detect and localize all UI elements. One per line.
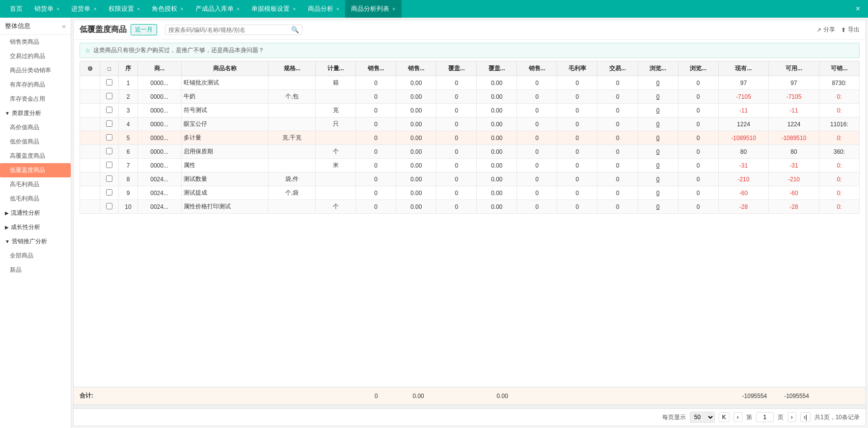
cell-browse1[interactable]: 0: [638, 186, 678, 200]
export-button[interactable]: ⬆ 导出: [841, 26, 860, 34]
first-page-button[interactable]: K: [719, 412, 730, 422]
nav-item-purchase[interactable]: 进货单 ×: [65, 0, 102, 18]
nav-close-roles[interactable]: ×: [180, 6, 183, 12]
cell-checkbox[interactable]: [100, 76, 119, 90]
nav-close-warehouse[interactable]: ×: [237, 6, 240, 12]
cell-unit: [316, 131, 356, 145]
sidebar-item-high-value[interactable]: 高价值商品: [0, 120, 71, 135]
sidebar-section-marketing[interactable]: ▼ 营销推广分析: [0, 234, 71, 249]
col-header-spec[interactable]: 规格...: [269, 61, 316, 76]
cell-checkbox[interactable]: [100, 186, 119, 200]
cell-browse1[interactable]: 0: [638, 117, 678, 131]
nav-close-template[interactable]: ×: [293, 6, 296, 12]
cell-checkbox[interactable]: [100, 200, 119, 214]
cell-num: 2: [119, 90, 137, 104]
sidebar-item-high-margin[interactable]: 高毛利商品: [0, 177, 71, 192]
col-header-margin[interactable]: 毛利率: [557, 61, 597, 76]
cell-checkbox[interactable]: [100, 172, 119, 186]
sidebar-header[interactable]: 整体信息 «: [0, 18, 71, 35]
cell-checkbox[interactable]: [100, 117, 119, 131]
cell-browse1[interactable]: 0: [638, 76, 678, 90]
content-area: 低覆盖度商品 近一月 🔍 ↗ 分享 ⬆ 导出 ☆ 这类商品只有很少客户购买过，是…: [73, 20, 866, 426]
time-filter-button[interactable]: 近一月: [131, 24, 157, 35]
nav-item-analysis[interactable]: 商品分析 ×: [302, 0, 345, 18]
nav-close-analysis[interactable]: ×: [336, 6, 339, 12]
col-header-avail[interactable]: 可用...: [769, 61, 819, 76]
col-header-sellable[interactable]: 可销...: [819, 61, 859, 76]
cell-trade: 0: [597, 117, 638, 131]
nav-close-purchase[interactable]: ×: [93, 6, 96, 12]
sidebar-item-low-value[interactable]: 低价值商品: [0, 135, 71, 149]
col-header-browse1[interactable]: 浏览...: [638, 61, 678, 76]
close-all-tabs[interactable]: ×: [852, 4, 864, 13]
cell-browse1[interactable]: 0: [638, 200, 678, 214]
nav-item-template[interactable]: 单据模板设置 ×: [245, 0, 301, 18]
sidebar-item-stock-goods[interactable]: 有库存的商品: [0, 78, 71, 92]
cell-trade: 0: [597, 172, 638, 186]
cell-browse1[interactable]: 0: [638, 159, 678, 172]
sidebar-item-traded-goods[interactable]: 交易过的商品: [0, 49, 71, 63]
prev-page-button[interactable]: ‹: [733, 412, 742, 422]
cell-checkbox[interactable]: [100, 90, 119, 104]
nav-close-sales[interactable]: ×: [56, 6, 59, 12]
sidebar-item-sales-goods[interactable]: 销售类商品: [0, 35, 71, 49]
horizontal-scrollbar[interactable]: [74, 404, 866, 408]
cell-cov1: 0: [436, 131, 477, 145]
sidebar-item-low-coverage[interactable]: 低覆盖度商品: [0, 163, 71, 177]
cell-avail: 80: [769, 145, 819, 159]
cell-name: 属性: [181, 159, 269, 172]
sidebar-collapse-icon[interactable]: «: [62, 22, 66, 30]
sidebar-item-new-goods[interactable]: 新品: [0, 263, 71, 277]
nav-item-home[interactable]: 首页: [4, 0, 28, 18]
col-header-stock[interactable]: 现有...: [718, 61, 769, 76]
footer-sales1: 0: [355, 393, 398, 399]
col-header-checkbox[interactable]: □: [100, 61, 119, 76]
cell-sales1: 0: [356, 90, 396, 104]
cell-checkbox[interactable]: [100, 131, 119, 145]
nav-item-warehouse[interactable]: 产成品入库单 ×: [190, 0, 245, 18]
cell-checkbox[interactable]: [100, 104, 119, 117]
col-header-sales2[interactable]: 销售...: [396, 61, 436, 76]
sidebar-section-liquidity[interactable]: ▶ 流通性分析: [0, 206, 71, 220]
search-input[interactable]: [168, 27, 291, 33]
cell-browse1[interactable]: 0: [638, 172, 678, 186]
col-header-cov2[interactable]: 覆盖...: [477, 61, 517, 76]
cell-browse1[interactable]: 0: [638, 90, 678, 104]
last-page-button[interactable]: ›|: [800, 412, 811, 422]
table-row: 3 0000... 符号测试 克 0 0.00 0 0.00 0 0 0 0 0…: [80, 104, 860, 117]
sidebar-item-all-goods[interactable]: 全部商品: [0, 249, 71, 263]
cell-browse1[interactable]: 0: [638, 104, 678, 117]
col-header-name[interactable]: 商品名称: [181, 61, 269, 76]
next-page-button[interactable]: ›: [787, 412, 796, 422]
nav-item-sales[interactable]: 销货单 ×: [28, 0, 65, 18]
sidebar-item-high-coverage[interactable]: 高覆盖度商品: [0, 149, 71, 163]
sidebar-item-category-rate[interactable]: 商品分类动销率: [0, 63, 71, 78]
col-header-trade[interactable]: 交易...: [597, 61, 638, 76]
nav-close-permissions[interactable]: ×: [137, 6, 140, 12]
col-header-sales1[interactable]: 销售...: [356, 61, 396, 76]
cell-checkbox[interactable]: [100, 159, 119, 172]
cell-sellable: 0:: [819, 186, 859, 200]
col-header-settings[interactable]: ⚙: [80, 61, 100, 76]
cell-browse1[interactable]: 0: [638, 131, 678, 145]
cell-checkbox[interactable]: [100, 145, 119, 159]
sidebar-item-capital[interactable]: 库存资金占用: [0, 92, 71, 106]
sidebar-section-growth[interactable]: ▶ 成长性分析: [0, 220, 71, 234]
col-header-sales3[interactable]: 销售...: [517, 61, 557, 76]
col-header-unit[interactable]: 计量...: [316, 61, 356, 76]
sidebar-item-low-margin[interactable]: 低毛利商品: [0, 192, 71, 206]
nav-item-analysis-list[interactable]: 商品分析列表 ×: [345, 0, 401, 18]
nav-close-analysis-list[interactable]: ×: [392, 6, 395, 12]
nav-item-roles[interactable]: 角色授权 ×: [146, 0, 189, 18]
share-button[interactable]: ↗ 分享: [816, 26, 835, 34]
per-page-select[interactable]: 50 100 200: [690, 412, 715, 423]
page-number-input[interactable]: [756, 412, 774, 422]
sidebar-section-group[interactable]: ▼ 类群度分析: [0, 106, 71, 120]
search-container: 🔍: [165, 25, 302, 35]
info-banner: ☆ 这类商品只有很少客户购买过，是推广不够，还是商品本身问题？: [80, 43, 860, 58]
col-header-cov1[interactable]: 覆盖...: [436, 61, 477, 76]
nav-item-permissions[interactable]: 权限设置 ×: [103, 0, 146, 18]
col-header-code[interactable]: 商...: [137, 61, 181, 76]
cell-browse1[interactable]: 0: [638, 145, 678, 159]
col-header-browse2[interactable]: 浏览...: [678, 61, 718, 76]
